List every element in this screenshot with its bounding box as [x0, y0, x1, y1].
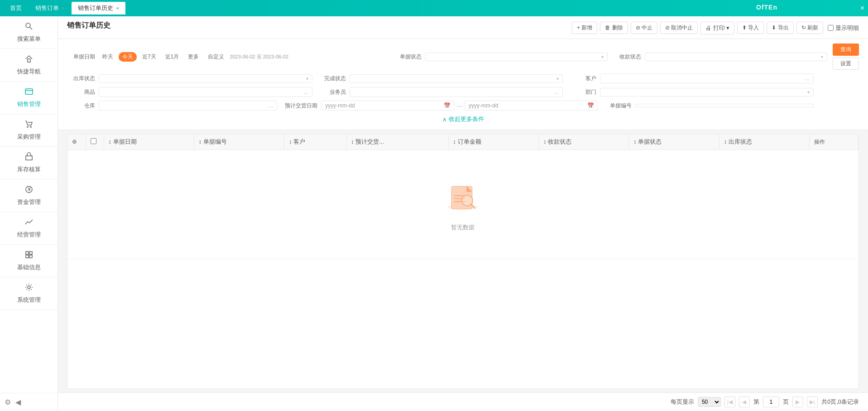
next-page-btn[interactable]: ▶: [792, 396, 803, 407]
sidebar-collapse-btn[interactable]: ◀: [15, 398, 21, 406]
th-customer-label: ↕ 客户: [289, 138, 305, 145]
customer-control[interactable]: ...: [600, 73, 814, 83]
warehouse-control[interactable]: ...: [99, 101, 277, 111]
collapse-conditions[interactable]: ∧ 收起更多条件: [67, 113, 859, 125]
salesperson-dots[interactable]: ...: [554, 89, 559, 95]
topbar-right: OfTEn ×: [860, 4, 864, 12]
tab-sales-order-close[interactable]: ×: [62, 5, 64, 11]
th-bill-date[interactable]: ↕ 单据日期: [104, 134, 194, 150]
bill-status-arrow: ▾: [601, 54, 604, 59]
topbar-tabs: 首页 销售订单 × 销售订单历史 ×: [4, 2, 860, 15]
salesperson-control[interactable]: ...: [350, 87, 563, 97]
goods-control[interactable]: ...: [99, 87, 312, 97]
expected-delivery-end[interactable]: yyyy-mm-dd 📅: [465, 101, 598, 111]
cancel-stop-button[interactable]: ⊘ 取消中止: [660, 22, 698, 34]
refresh-button[interactable]: ↻ 刷新: [796, 22, 823, 34]
topbar: 首页 销售订单 × 销售订单历史 × OfTEn ×: [0, 0, 868, 16]
calendar-end-icon[interactable]: 📅: [587, 102, 594, 109]
payment-status-control[interactable]: ▾: [645, 53, 827, 61]
th-payment-status[interactable]: ↕ 收款状态: [538, 134, 628, 150]
expected-delivery-start[interactable]: yyyy-mm-dd 📅: [321, 101, 455, 111]
print-button[interactable]: 🖨 打印 ▾: [700, 22, 734, 34]
print-dropdown-icon: ▾: [726, 24, 729, 31]
th-bill-number[interactable]: ↕ 单据编号: [194, 134, 284, 150]
svg-rect-11: [29, 251, 32, 254]
finance-icon: ¥: [24, 185, 34, 196]
svg-point-5: [27, 126, 28, 128]
sidebar-item-finance[interactable]: ¥ 资金管理: [0, 179, 58, 212]
display-detail-label: 显示明细: [835, 24, 859, 32]
page-title: 销售订单历史: [67, 21, 110, 30]
select-all-checkbox[interactable]: [91, 138, 96, 144]
th-bill-date-label: ↕ 单据日期: [109, 138, 137, 145]
system-icon: [24, 283, 34, 294]
per-page-select[interactable]: 10 20 50 100: [698, 397, 721, 407]
tab-sales-order-history-close[interactable]: ×: [116, 5, 119, 11]
th-customer[interactable]: ↕ 客户: [284, 134, 346, 150]
sidebar-item-sales[interactable]: 销售管理: [0, 82, 58, 114]
content-area: 销售订单历史 + 新增 🗑 删除 ⊘ 中止 ⊘ 取消中止 🖨 打印 ▾ ⬆ 导入…: [58, 16, 868, 411]
th-checkbox[interactable]: [86, 134, 104, 150]
sidebar-item-operations-label: 经营管理: [17, 231, 41, 239]
date-btn-1month[interactable]: 近1月: [162, 52, 183, 62]
settings-button[interactable]: 设置: [833, 58, 859, 70]
sidebar-item-inventory-label: 库存核算: [17, 165, 41, 174]
svg-rect-2: [28, 59, 30, 62]
sidebar-item-operations[interactable]: 经营管理: [0, 212, 58, 245]
th-bill-status[interactable]: ↕ 单据状态: [629, 134, 719, 150]
date-btn-today[interactable]: 今天: [119, 52, 137, 62]
empty-state-cell: 暂无数据: [67, 150, 858, 259]
sidebar-item-quick-nav-label: 快捷导航: [17, 68, 41, 76]
topbar-close-btn[interactable]: ×: [860, 4, 864, 12]
warehouse-dots[interactable]: ...: [269, 102, 273, 109]
tab-sales-order[interactable]: 销售订单 ×: [29, 2, 71, 15]
operations-icon: [24, 218, 34, 229]
display-detail-input[interactable]: [828, 25, 834, 31]
new-button[interactable]: + 新增: [572, 22, 597, 34]
sidebar-item-quick-nav[interactable]: 快捷导航: [0, 49, 58, 82]
stop-button[interactable]: ⊘ 中止: [631, 22, 657, 34]
department-control[interactable]: ▾: [600, 88, 814, 97]
date-btn-more[interactable]: 更多: [184, 52, 202, 62]
empty-icon: [440, 177, 485, 218]
pagination: 每页显示 10 20 50 100 |◀ ◀ 第 页 ▶ ▶| 共0页,0条记录: [58, 392, 868, 411]
bill-status-control[interactable]: ▾: [425, 53, 608, 61]
outbound-status-control[interactable]: ▾: [99, 74, 312, 83]
tab-sales-order-history[interactable]: 销售订单历史 ×: [72, 2, 125, 15]
bill-number-control[interactable]: [635, 104, 814, 107]
date-btn-custom[interactable]: 自定义: [204, 52, 228, 62]
date-btn-yesterday[interactable]: 昨天: [99, 52, 117, 62]
prev-page-btn[interactable]: ◀: [739, 396, 750, 407]
print-label: 🖨 打印: [705, 24, 725, 32]
th-settings[interactable]: ⚙: [67, 134, 86, 150]
display-detail-checkbox[interactable]: 显示明细: [828, 24, 859, 32]
sidebar-item-search[interactable]: 搜索菜单: [0, 16, 58, 49]
first-page-btn[interactable]: |◀: [724, 396, 735, 407]
svg-point-6: [30, 126, 31, 128]
th-order-amount[interactable]: ↕ 订单金额: [448, 134, 538, 150]
last-page-btn[interactable]: ▶|: [807, 396, 818, 407]
page-input[interactable]: [763, 396, 779, 407]
sidebar-item-basic[interactable]: 基础信息: [0, 245, 58, 277]
sidebar-item-purchase[interactable]: 采购管理: [0, 114, 58, 147]
goods-dots[interactable]: ...: [304, 89, 308, 95]
th-expected-delivery[interactable]: ↕ 预计交货...: [346, 134, 448, 150]
completion-status-control[interactable]: ▾: [350, 74, 563, 83]
import-button[interactable]: ⬆ 导入: [737, 22, 764, 34]
calendar-start-icon[interactable]: 📅: [444, 102, 451, 109]
date-btn-7days[interactable]: 近7天: [139, 52, 160, 62]
payment-status-label: 收款状态: [613, 53, 645, 61]
delete-button[interactable]: 🗑 删除: [600, 22, 628, 34]
th-outbound-status[interactable]: ↕ 出库状态: [719, 134, 809, 150]
search-icon: [24, 22, 34, 33]
th-expected-delivery-label: ↕ 预计交货...: [351, 138, 384, 145]
customer-dots[interactable]: ...: [805, 75, 810, 82]
query-button[interactable]: 查询: [833, 44, 859, 56]
sidebar-item-system[interactable]: 系统管理: [0, 277, 58, 310]
export-button[interactable]: ⬇ 导出: [767, 22, 793, 34]
sidebar-settings-btn[interactable]: ⚙: [5, 398, 11, 406]
outbound-status-label: 出库状态: [67, 75, 99, 82]
sidebar-item-inventory[interactable]: 库存核算: [0, 147, 58, 179]
basic-icon: [24, 250, 34, 261]
tab-home[interactable]: 首页: [4, 2, 28, 15]
